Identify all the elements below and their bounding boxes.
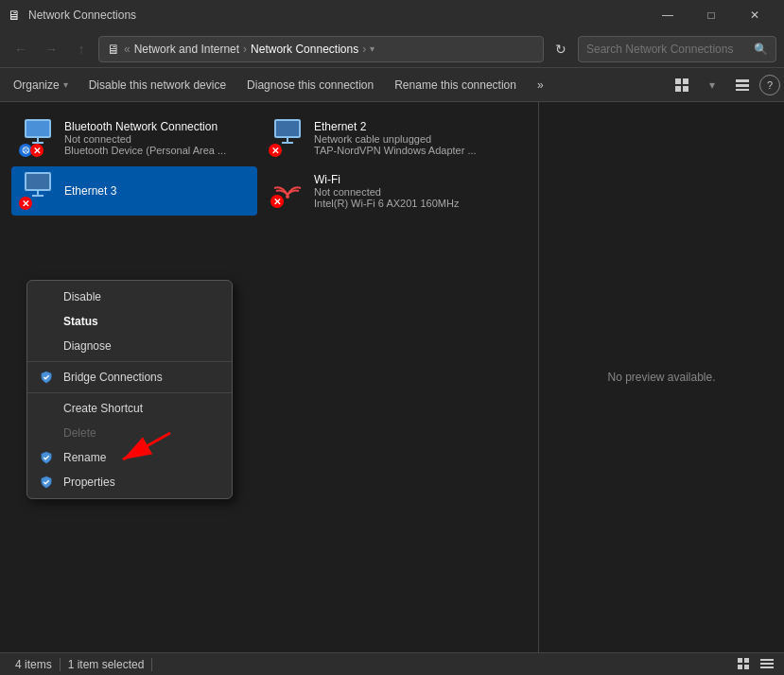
svg-rect-1 [683, 78, 688, 84]
search-box[interactable]: 🔍 [578, 36, 776, 62]
status-bar: 4 items 1 item selected [0, 652, 784, 675]
cm-sep-2 [27, 392, 232, 393]
cm-disable-label: Disable [63, 290, 101, 303]
cm-delete-label: Delete [63, 426, 96, 440]
cm-delete-icon [39, 425, 54, 441]
item-detail1: Network cable unplugged [314, 133, 477, 145]
item-count: 4 items [8, 658, 60, 671]
address-bar: ← → ↑ 🖥 « Network and Internet › Network… [0, 30, 784, 68]
context-menu: Disable Status Diagnose Bridge Connectio… [26, 280, 233, 499]
search-input[interactable] [586, 43, 750, 56]
item-detail2: Bluetooth Device (Personal Area ... [64, 145, 226, 156]
path-icon: 🖥 [107, 42, 120, 57]
item-name: Ethernet 2 [314, 120, 477, 133]
svg-rect-10 [738, 658, 742, 663]
svg-rect-0 [675, 78, 681, 84]
more-button[interactable]: » [528, 72, 553, 98]
refresh-button[interactable]: ↻ [548, 36, 574, 62]
list-item[interactable]: ☹ ✕ Bluetooth Network Connection Not con… [11, 113, 257, 163]
cm-disable-icon [39, 289, 54, 304]
cm-rename-label: Rename [63, 451, 106, 464]
help-button[interactable]: ? [759, 75, 780, 95]
cm-rename[interactable]: Rename [27, 445, 232, 470]
item-icon-wrap: ✕ [269, 172, 306, 210]
cm-bridge-label: Bridge Connections [63, 371, 163, 384]
window-title: Network Connections [28, 9, 638, 22]
rename-button[interactable]: Rename this connection [385, 72, 526, 98]
cm-rename-shield-icon [39, 450, 54, 465]
cm-status-label: Status [63, 315, 98, 328]
main-content: ☹ ✕ Bluetooth Network Connection Not con… [0, 102, 784, 652]
item-detail2: Intel(R) Wi-Fi 6 AX201 160MHz [314, 198, 459, 209]
list-item[interactable]: ✕ Wi-Fi Not connected Intel(R) Wi-Fi 6 A… [261, 166, 507, 216]
title-bar: 🖥 Network Connections — □ ✕ [0, 0, 784, 30]
cm-disable[interactable]: Disable [27, 285, 232, 309]
cm-shortcut-label: Create Shortcut [63, 402, 143, 415]
svg-rect-11 [744, 658, 749, 663]
item-detail1: Not connected [314, 186, 459, 198]
disable-label: Disable this network device [89, 78, 226, 92]
item-name: Bluetooth Network Connection [64, 120, 226, 133]
item-icon-wrap: ✕ [19, 172, 57, 210]
view-chevron-button[interactable]: ▾ [699, 72, 725, 98]
cm-status[interactable]: Status [27, 309, 232, 334]
path-separator: « [124, 43, 131, 56]
diagnose-button[interactable]: Diagnose this connection [237, 72, 383, 98]
address-path[interactable]: 🖥 « Network and Internet › Network Conne… [98, 36, 544, 62]
svg-rect-4 [736, 79, 749, 82]
item-icon-wrap: ☹ ✕ [19, 119, 57, 157]
breadcrumb-network-connections[interactable]: Network Connections [251, 43, 358, 56]
item-info: Ethernet 3 [64, 184, 116, 198]
svg-rect-3 [683, 86, 688, 92]
disable-button[interactable]: Disable this network device [79, 72, 235, 98]
up-button: ↑ [68, 36, 95, 62]
wifi-error-badge: ✕ [270, 195, 284, 208]
window-controls: — □ ✕ [646, 0, 776, 30]
status-right [735, 655, 776, 674]
layout-button[interactable] [729, 72, 756, 98]
search-icon: 🔍 [754, 43, 768, 56]
cm-bridge[interactable]: Bridge Connections [27, 365, 232, 389]
error-badge: ✕ [269, 144, 282, 157]
more-icon: » [537, 78, 544, 92]
preview-panel: No preview available. [538, 102, 784, 652]
list-item[interactable]: ✕ Ethernet 2 Network cable unplugged TAP… [261, 113, 507, 163]
cm-shortcut-icon [39, 401, 54, 416]
error-badge: ✕ [19, 197, 32, 210]
organize-chevron: ▾ [63, 79, 68, 90]
item-detail2: TAP-NordVPN Windows Adapter ... [314, 145, 477, 156]
organize-button[interactable]: Organize ▾ [4, 72, 78, 98]
view-toggle-button[interactable] [669, 72, 695, 98]
item-icon-wrap: ✕ [269, 119, 306, 157]
rename-label: Rename this connection [394, 78, 516, 92]
cm-properties-shield-icon [39, 475, 54, 490]
window-icon: 🖥 [8, 8, 21, 23]
item-name: Wi-Fi [314, 173, 459, 186]
svg-rect-2 [675, 86, 681, 92]
diagnose-label: Diagnose this connection [247, 78, 374, 92]
item-detail1: Not connected [64, 133, 226, 145]
status-grid-view[interactable] [735, 655, 754, 674]
status-list-view[interactable] [758, 655, 776, 674]
cm-properties[interactable]: Properties [27, 470, 232, 494]
svg-rect-14 [760, 659, 774, 661]
toolbar: Organize ▾ Disable this network device D… [0, 68, 784, 102]
error-badge: ✕ [30, 144, 44, 157]
list-item[interactable]: ✕ Ethernet 3 [11, 166, 257, 216]
close-button[interactable]: ✕ [733, 0, 776, 30]
minimize-button[interactable]: — [646, 0, 689, 30]
cm-diagnose[interactable]: Diagnose [27, 334, 232, 358]
item-info: Ethernet 2 Network cable unplugged TAP-N… [314, 120, 477, 156]
cm-sep-1 [27, 361, 232, 362]
cm-delete: Delete [27, 421, 232, 445]
svg-rect-15 [760, 663, 774, 665]
cm-properties-label: Properties [63, 476, 115, 489]
item-name: Ethernet 3 [64, 184, 116, 198]
path-chevron: ▾ [370, 43, 375, 54]
cm-shortcut[interactable]: Create Shortcut [27, 396, 232, 421]
cm-bridge-shield-icon [39, 370, 54, 385]
maximize-button[interactable]: □ [689, 0, 733, 30]
path-arrow-2: › [362, 43, 366, 56]
path-arrow-1: › [243, 43, 247, 56]
breadcrumb-network-internet[interactable]: Network and Internet [134, 43, 239, 56]
